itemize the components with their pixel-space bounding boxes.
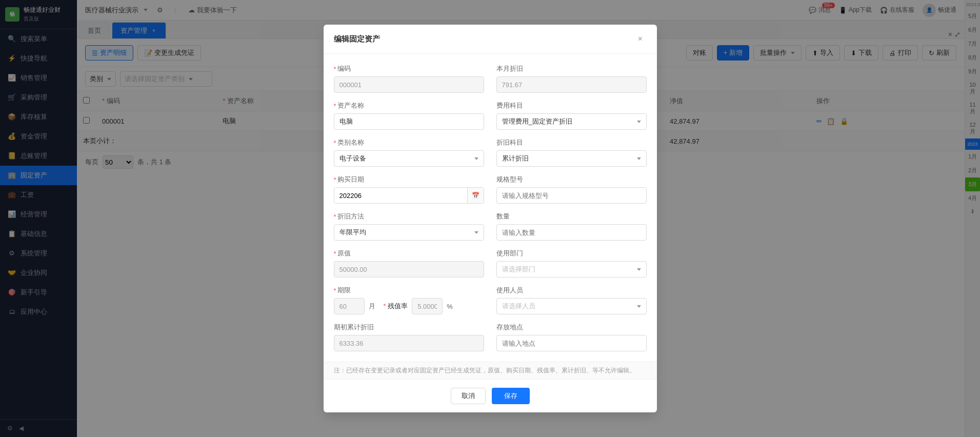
form-item-quantity: 数量 [496, 212, 647, 241]
expense-subject-select[interactable]: 管理费用_固定资产折旧 [496, 113, 647, 130]
quantity-label: 数量 [496, 212, 647, 221]
dialog-header: 编辑固定资产 × [324, 25, 657, 54]
form-item-period: * 期限 月 * 残值率 % [334, 286, 484, 314]
note-text: 注：已经存在变更记录或者对应固定资产已经生成凭证，原值、购买日期、残值率、累计折… [334, 367, 635, 374]
form-grid: * 编码 本月折旧 * 资产名称 [334, 64, 647, 351]
dep-method-label: * 折旧方法 [334, 212, 484, 221]
calendar-icon[interactable]: 📅 [467, 188, 484, 203]
form-item-expense-subject: 费用科目 管理费用_固定资产折旧 [496, 101, 647, 130]
form-item-monthly-dep: 本月折旧 [496, 64, 647, 93]
asset-name-label: * 资产名称 [334, 101, 484, 110]
dialog-footer: 取消 保存 [324, 379, 657, 412]
expense-subject-label: 费用科目 [496, 101, 647, 110]
form-item-original-value: * 原值 [334, 249, 484, 277]
code-input[interactable] [334, 76, 484, 93]
monthly-dep-label: 本月折旧 [496, 64, 647, 73]
user-dropdown-icon [637, 305, 641, 308]
spec-input[interactable] [496, 187, 647, 204]
dialog-note: 注：已经存在变更记录或者对应固定资产已经生成凭证，原值、购买日期、残值率、累计折… [324, 362, 657, 379]
form-item-dep-method: * 折旧方法 年限平均 [334, 212, 484, 241]
department-label: 使用部门 [496, 249, 647, 258]
form-item-code: * 编码 [334, 64, 484, 93]
accum-dep-input[interactable] [334, 335, 484, 351]
department-select[interactable]: 请选择部门 [496, 261, 647, 277]
department-placeholder: 请选择部门 [502, 265, 535, 274]
dep-method-select[interactable]: 年限平均 [334, 224, 484, 241]
user-select[interactable]: 请选择人员 [496, 298, 647, 314]
cancel-button[interactable]: 取消 [451, 388, 486, 404]
purchase-date-label: * 购买日期 [334, 175, 484, 184]
asset-name-input[interactable] [334, 113, 484, 130]
save-button[interactable]: 保存 [492, 388, 530, 404]
form-item-dep-subject: 折旧科目 累计折旧 [496, 138, 647, 167]
form-item-department: 使用部门 请选择部门 [496, 249, 647, 277]
dep-subject-value: 累计折旧 [502, 154, 529, 163]
residual-rate-unit: % [447, 303, 453, 310]
monthly-dep-input[interactable] [496, 76, 647, 93]
period-input[interactable] [334, 298, 365, 314]
user-placeholder: 请选择人员 [502, 302, 535, 311]
period-label: * 期限 [334, 286, 484, 295]
period-group: 月 * 残值率 % [334, 298, 484, 314]
code-label: * 编码 [334, 64, 484, 73]
purchase-date-input[interactable] [334, 188, 467, 203]
spec-label: 规格型号 [496, 175, 647, 184]
purchase-date-wrap: 📅 [334, 187, 484, 204]
form-item-purchase-date: * 购买日期 📅 [334, 175, 484, 204]
accum-dep-label: 期初累计折旧 [334, 323, 484, 332]
location-input[interactable] [496, 335, 647, 351]
location-label: 存放地点 [496, 323, 647, 332]
category-name-select[interactable]: 电子设备 [334, 150, 484, 167]
quantity-input[interactable] [496, 224, 647, 241]
user-label: 使用人员 [496, 286, 647, 295]
category-value: 电子设备 [339, 154, 366, 163]
residual-rate-input[interactable] [412, 298, 443, 314]
expense-subject-value: 管理费用_固定资产折旧 [502, 117, 572, 126]
original-value-label: * 原值 [334, 249, 484, 258]
dialog-body: * 编码 本月折旧 * 资产名称 [324, 54, 657, 362]
residual-rate-star: * 残值率 [384, 302, 408, 311]
dialog-close-button[interactable]: × [634, 33, 647, 45]
dialog-overlay: 编辑固定资产 × * 编码 本月折旧 [0, 0, 980, 437]
original-value-input[interactable] [334, 261, 484, 277]
form-item-spec: 规格型号 [496, 175, 647, 204]
dialog-title: 编辑固定资产 [334, 34, 380, 44]
dep-subject-select[interactable]: 累计折旧 [496, 150, 647, 167]
period-unit: 月 [369, 302, 375, 311]
dep-method-value: 年限平均 [339, 228, 366, 237]
dep-subject-dropdown-icon [637, 157, 641, 160]
department-dropdown-icon [637, 268, 641, 271]
category-dropdown-icon [474, 157, 478, 160]
dep-subject-label: 折旧科目 [496, 138, 647, 147]
expense-subject-dropdown-icon [637, 121, 641, 123]
form-item-asset-name: * 资产名称 [334, 101, 484, 130]
edit-asset-dialog: 编辑固定资产 × * 编码 本月折旧 [324, 25, 657, 412]
form-item-location: 存放地点 [496, 323, 647, 351]
dep-method-dropdown-icon [474, 231, 478, 234]
form-item-accum-dep: 期初累计折旧 [334, 323, 484, 351]
category-name-label: * 类别名称 [334, 138, 484, 147]
form-item-category: * 类别名称 电子设备 [334, 138, 484, 167]
form-item-user: 使用人员 请选择人员 [496, 286, 647, 314]
